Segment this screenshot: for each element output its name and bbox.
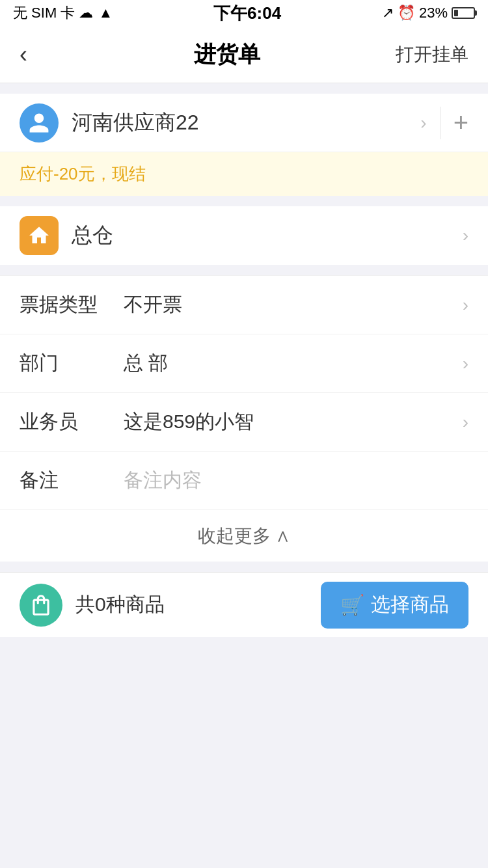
form-card: 票据类型 不开票 › 部门 总 部 › 业务员 这是859的小智 › 备注 备注… <box>0 275 488 562</box>
status-bar: 无 SIM 卡 ☁ ▲ 下午6:04 ↗ ⏰ 23% <box>0 0 488 26</box>
content-area <box>0 637 488 832</box>
dept-value: 总 部 <box>124 350 463 377</box>
section-gap-4 <box>0 562 488 572</box>
salesperson-label: 业务员 <box>20 409 111 435</box>
dept-label: 部门 <box>20 350 111 377</box>
invoice-value: 不开票 <box>124 292 463 318</box>
form-row-dept[interactable]: 部门 总 部 › <box>0 334 488 392</box>
open-pending-button[interactable]: 打开挂单 <box>396 42 468 67</box>
shopping-bag-icon <box>29 593 53 617</box>
section-gap-2 <box>0 196 488 206</box>
add-supplier-button[interactable]: + <box>454 108 468 137</box>
warehouse-icon <box>27 224 51 247</box>
select-product-button[interactable]: 🛒 选择商品 <box>321 582 468 629</box>
status-time: 下午6:04 <box>213 2 281 25</box>
battery-icon <box>452 7 475 19</box>
invoice-chevron-icon: › <box>463 295 468 316</box>
supplier-chevron-icon: › <box>420 113 426 133</box>
product-count: 共0种商品 <box>75 591 308 618</box>
battery-percent: 23% <box>419 5 448 21</box>
section-gap-3 <box>0 265 488 275</box>
form-row-invoice[interactable]: 票据类型 不开票 › <box>0 275 488 334</box>
supplier-avatar <box>20 103 59 142</box>
wifi-icon: ▲ <box>98 5 113 21</box>
supplier-row[interactable]: 河南供应商22 › + <box>0 94 488 152</box>
collapse-button[interactable]: 收起更多 ∧ <box>0 509 488 562</box>
warehouse-name: 总仓 <box>72 221 463 250</box>
salesperson-value: 这是859的小智 <box>124 409 463 435</box>
status-left: 无 SIM 卡 ☁ ▲ <box>13 3 113 23</box>
cart-icon: 🛒 <box>340 593 364 616</box>
warehouse-card: 总仓 › <box>0 206 488 265</box>
dept-chevron-icon: › <box>463 353 468 374</box>
person-icon <box>27 111 51 135</box>
notice-text: 应付-20元，现结 <box>20 164 146 183</box>
product-icon-wrap <box>20 584 62 627</box>
back-button[interactable]: ‹ <box>20 41 59 68</box>
collapse-label: 收起更多 ∧ <box>198 524 291 549</box>
sim-text: 无 SIM 卡 ☁ <box>13 3 93 23</box>
form-row-remark[interactable]: 备注 备注内容 <box>0 451 488 509</box>
warehouse-chevron-icon: › <box>463 225 468 246</box>
warehouse-icon-wrap <box>20 216 59 255</box>
remark-label: 备注 <box>20 467 111 494</box>
location-icon: ↗ <box>382 5 394 21</box>
bottom-action-bar: 共0种商品 🛒 选择商品 <box>0 572 488 637</box>
select-btn-label: 选择商品 <box>371 591 449 618</box>
form-row-salesperson[interactable]: 业务员 这是859的小智 › <box>0 392 488 451</box>
nav-title: 进货单 <box>194 40 260 70</box>
alarm-icon: ⏰ <box>398 5 415 21</box>
invoice-label: 票据类型 <box>20 292 111 318</box>
supplier-name: 河南供应商22 <box>72 109 420 137</box>
section-gap-1 <box>0 83 488 94</box>
remark-input[interactable]: 备注内容 <box>124 467 468 494</box>
status-right: ↗ ⏰ 23% <box>382 5 475 21</box>
salesperson-chevron-icon: › <box>463 412 468 433</box>
supplier-divider <box>440 107 441 139</box>
warehouse-row[interactable]: 总仓 › <box>0 206 488 265</box>
supplier-card: 河南供应商22 › + 应付-20元，现结 <box>0 94 488 196</box>
nav-bar: ‹ 进货单 打开挂单 <box>0 26 488 83</box>
notice-bar: 应付-20元，现结 <box>0 152 488 196</box>
